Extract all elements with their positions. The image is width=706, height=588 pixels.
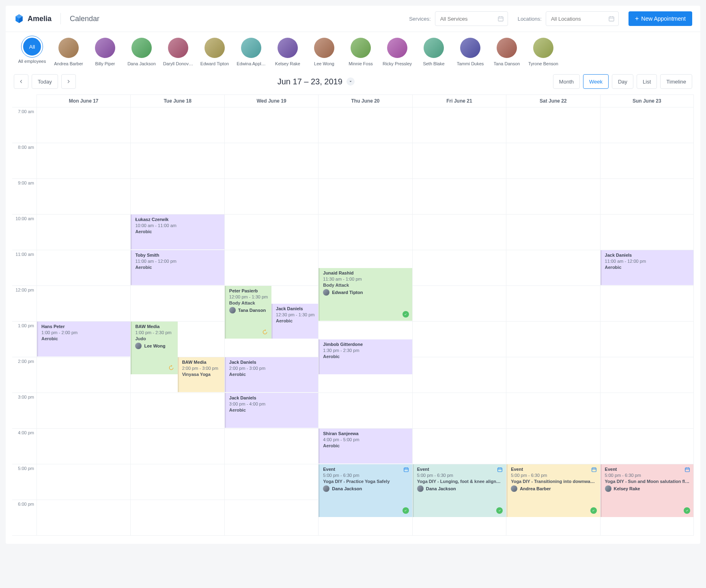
hour-cell[interactable] (319, 215, 412, 250)
employee-filter-item[interactable]: Seth Blake (415, 38, 452, 66)
hour-cell[interactable] (37, 250, 130, 286)
today-button[interactable]: Today (32, 74, 58, 89)
hour-cell[interactable] (131, 393, 224, 429)
calendar-appointment[interactable]: Peter Pasierb12:00 pm - 1:30 pmBody Atta… (225, 286, 271, 339)
hour-cell[interactable] (413, 429, 506, 464)
hour-cell[interactable] (225, 429, 318, 464)
prev-button[interactable] (14, 74, 28, 89)
hour-cell[interactable] (413, 286, 506, 322)
hour-cell[interactable] (131, 500, 224, 536)
hour-cell[interactable] (601, 107, 693, 143)
employee-filter-item[interactable]: Daryll Donov… (160, 38, 196, 66)
hour-cell[interactable] (37, 429, 130, 464)
employee-filter-item[interactable]: Ricky Pressley (379, 38, 415, 66)
calendar-appointment[interactable]: BAW Media1:00 pm - 2:30 pmJudoLee Wong (131, 322, 177, 374)
calendar-appointment[interactable]: Junaid Rashid11:30 am - 1:00 pmBody Atta… (319, 268, 412, 321)
hour-cell[interactable] (131, 143, 224, 179)
calendar-appointment[interactable]: Toby Smith11:00 am - 12:00 pmAerobic (131, 250, 224, 285)
date-range-dropdown[interactable] (347, 77, 355, 86)
hour-cell[interactable] (506, 393, 600, 429)
employee-filter-item[interactable]: Tana Danson (489, 38, 525, 66)
hour-cell[interactable] (413, 143, 506, 179)
hour-cell[interactable] (413, 357, 506, 393)
calendar-appointment[interactable]: Łukasz Czerwik10:00 am - 11:00 amAerobic (131, 215, 224, 249)
calendar-appointment[interactable]: Jack Daniels2:00 pm - 3:00 pmAerobic (225, 357, 318, 392)
calendar-appointment[interactable]: Hans Peter1:00 pm - 2:00 pmAerobic (37, 322, 130, 356)
employee-filter-item[interactable]: Lee Wong (306, 38, 342, 66)
hour-cell[interactable] (131, 179, 224, 215)
employee-filter-item[interactable]: Edward Tipton (196, 38, 233, 66)
hour-cell[interactable] (601, 357, 693, 393)
hour-cell[interactable] (601, 322, 693, 357)
employee-filter-item[interactable]: Billy Piper (87, 38, 123, 66)
view-button-month[interactable]: Month (553, 74, 580, 89)
hour-cell[interactable] (413, 107, 506, 143)
hour-cell[interactable] (413, 322, 506, 357)
hour-cell[interactable] (506, 286, 600, 322)
hour-cell[interactable] (37, 179, 130, 215)
hour-cell[interactable] (225, 250, 318, 286)
employee-filter-item[interactable]: Tyrone Benson (525, 38, 562, 66)
employee-filter-item[interactable]: AllAll employees (14, 38, 50, 66)
hour-cell[interactable] (225, 500, 318, 536)
calendar-event[interactable]: Event5:00 pm - 6:30 pmYoga DIY - Transit… (506, 464, 600, 517)
hour-cell[interactable] (601, 286, 693, 322)
hour-cell[interactable] (506, 179, 600, 215)
hour-cell[interactable] (131, 286, 224, 322)
employee-filter-item[interactable]: Minnie Foss (342, 38, 379, 66)
hour-cell[interactable] (37, 107, 130, 143)
services-select[interactable] (435, 11, 508, 26)
view-button-week[interactable]: Week (583, 74, 609, 89)
new-appointment-button[interactable]: + New Appointment (629, 11, 692, 26)
hour-cell[interactable] (506, 357, 600, 393)
hour-cell[interactable] (413, 393, 506, 429)
hour-cell[interactable] (225, 215, 318, 250)
hour-cell[interactable] (319, 143, 412, 179)
hour-cell[interactable] (225, 143, 318, 179)
hour-cell[interactable] (37, 215, 130, 250)
hour-cell[interactable] (37, 464, 130, 500)
hour-cell[interactable] (225, 179, 318, 215)
employee-filter-item[interactable]: Dana Jackson (123, 38, 160, 66)
hour-cell[interactable] (601, 143, 693, 179)
calendar-event[interactable]: Event5:00 pm - 6:30 pmYoga DIY - Practic… (319, 464, 412, 517)
employee-filter-item[interactable]: Tammi Dukes (452, 38, 489, 66)
calendar-appointment[interactable]: Jimbob Gitterdone1:30 pm - 2:30 pmAerobi… (319, 339, 412, 374)
hour-cell[interactable] (506, 250, 600, 286)
hour-cell[interactable] (37, 393, 130, 429)
hour-cell[interactable] (601, 429, 693, 464)
employee-filter-item[interactable]: Kelsey Rake (269, 38, 306, 66)
hour-cell[interactable] (37, 357, 130, 393)
calendar-appointment[interactable]: BAW Media2:00 pm - 3:00 pmVinyasa Yoga (178, 357, 224, 392)
calendar-appointment[interactable]: Jack Daniels11:00 am - 12:00 pmAerobic (601, 250, 693, 285)
view-button-day[interactable]: Day (612, 74, 633, 89)
hour-cell[interactable] (413, 250, 506, 286)
hour-cell[interactable] (319, 107, 412, 143)
hour-cell[interactable] (506, 429, 600, 464)
calendar-appointment[interactable]: Jack Daniels3:00 pm - 4:00 pmAerobic (225, 393, 318, 428)
calendar-event[interactable]: Event5:00 pm - 6:30 pmYoga DIY - Lunging… (413, 464, 506, 517)
calendar-appointment[interactable]: Shiran Sanjeewa4:00 pm - 5:00 pmAerobic (319, 429, 412, 464)
next-button[interactable] (61, 74, 76, 89)
hour-cell[interactable] (131, 429, 224, 464)
hour-cell[interactable] (506, 322, 600, 357)
employee-filter-item[interactable]: Andrea Barber (50, 38, 87, 66)
employee-filter-item[interactable]: Edwina Appl… (233, 38, 269, 66)
hour-cell[interactable] (601, 215, 693, 250)
hour-cell[interactable] (506, 215, 600, 250)
hour-cell[interactable] (413, 215, 506, 250)
hour-cell[interactable] (319, 393, 412, 429)
hour-cell[interactable] (601, 179, 693, 215)
hour-cell[interactable] (413, 179, 506, 215)
calendar-event[interactable]: Event5:00 pm - 6:30 pmYoga DIY - Sun and… (601, 464, 693, 517)
view-button-list[interactable]: List (637, 74, 657, 89)
hour-cell[interactable] (225, 107, 318, 143)
locations-select[interactable] (546, 11, 619, 26)
hour-cell[interactable] (601, 393, 693, 429)
hour-cell[interactable] (319, 179, 412, 215)
hour-cell[interactable] (131, 464, 224, 500)
calendar-appointment[interactable]: Jack Daniels12:30 pm - 1:30 pmAerobic (271, 304, 318, 339)
hour-cell[interactable] (225, 464, 318, 500)
hour-cell[interactable] (37, 286, 130, 322)
hour-cell[interactable] (37, 500, 130, 536)
